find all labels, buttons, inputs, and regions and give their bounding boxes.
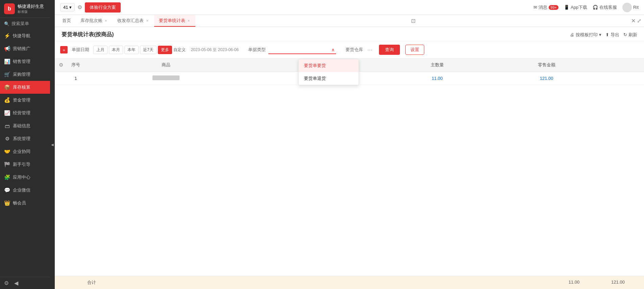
page-title: 要货单统计表(按商品) — [62, 31, 114, 38]
filter-expand-button[interactable]: » — [60, 46, 68, 53]
sidebar-item-operations[interactable]: 📈 经营管理 — [0, 107, 50, 119]
last-7days-btn[interactable]: 近7天 — [140, 46, 157, 54]
query-button[interactable]: 查询 — [379, 45, 400, 55]
system-icon: ⚙ — [4, 136, 10, 142]
tab-inventory-batch-close[interactable]: × — [104, 18, 108, 23]
message-icon: ✉ — [533, 5, 537, 10]
vip-icon: 👑 — [4, 200, 10, 206]
product-name-blurred — [152, 75, 180, 80]
quantity-link[interactable]: 11.00 — [432, 76, 443, 81]
export-btn[interactable]: ⬆ 导出 — [605, 32, 619, 38]
order-return-label: 要货单退货 — [304, 76, 326, 81]
user-avatar-item[interactable]: Rit — [622, 3, 639, 12]
order-type-chevron-icon[interactable]: ∧ — [331, 47, 335, 52]
expand-icon: ⊡ — [411, 18, 415, 24]
col-quantity-header: 主数量 — [388, 59, 487, 72]
print-chevron-icon: ▾ — [599, 32, 601, 37]
amount-link[interactable]: 121.00 — [540, 76, 553, 81]
dropdown-item-order-goods[interactable]: 要货单要货 — [299, 59, 359, 72]
footer-quantity: 11.00 — [552, 280, 596, 286]
export-icon: ⬆ — [605, 32, 609, 37]
order-type-input[interactable] — [268, 46, 336, 54]
guide-icon: 🏁 — [4, 161, 10, 168]
sidebar-item-sales[interactable]: 📊 销售管理 — [0, 55, 50, 68]
collapse-arrow-icon: ◀ — [51, 143, 54, 147]
basics-icon: 🗃 — [4, 123, 10, 129]
tab-order-stats[interactable]: 要货单统计表 × — [154, 15, 195, 27]
online-service-item[interactable]: 🎧 在线客服 — [593, 4, 617, 10]
search-menu-label: 搜索菜单 — [11, 21, 29, 27]
order-type-dropdown: 要货单要货 要货单退货 — [298, 59, 359, 85]
footer-label: 合计 — [87, 280, 508, 286]
tab-home[interactable]: 首页 — [57, 15, 76, 27]
row-quantity-cell: 11.00 — [388, 72, 487, 85]
trial-button[interactable]: 体验行业方案 — [85, 2, 121, 13]
tab-order-stats-close[interactable]: × — [187, 18, 191, 23]
column-settings-icon[interactable]: ⚙ — [59, 62, 63, 68]
order-type-section: 单据类型 ∧ — [248, 46, 336, 54]
sidebar-item-guide[interactable]: 🏁 新手引导 — [0, 158, 50, 171]
sales-icon: 📊 — [4, 59, 10, 65]
tab-expand-icon[interactable]: ⤢ — [637, 18, 641, 24]
purchase-icon: 🛒 — [4, 71, 10, 77]
tab-expand-button[interactable]: ⊡ — [408, 15, 418, 27]
sidebar-item-system[interactable]: ⚙ 系统管理 — [0, 132, 50, 145]
sidebar-item-wechat[interactable]: 💬 企业微信 — [0, 184, 50, 197]
date-range-display: 2023-05-06 至 2023-06-06 — [191, 47, 239, 53]
print-icon: 🖨 — [570, 32, 574, 37]
tab-close-all-icon[interactable]: ✕ — [631, 18, 636, 24]
logo-icon: b — [4, 3, 15, 14]
sidebar-item-purchase[interactable]: 🛒 采购管理 — [0, 68, 50, 81]
refresh-btn[interactable]: ↻ 刷新 — [623, 32, 637, 38]
tab-collect-summary[interactable]: 收发存汇总表 × — [113, 15, 154, 27]
settings-bottom-icon[interactable]: ⚙ — [4, 280, 9, 286]
row-no-cell: 1 — [67, 72, 84, 85]
row-extra-cell — [606, 72, 644, 85]
table-container: ⚙ 序号 商品 主计量单位 主数量 零售金额 1 — [55, 59, 644, 276]
tab-inventory-batch[interactable]: 库存批次账 × — [76, 15, 113, 27]
sidebar-item-label: 企业协同 — [13, 149, 30, 155]
sidebar-bottom: ⚙ ◀ — [0, 277, 50, 289]
app-download-item[interactable]: 📱 App下载 — [564, 4, 587, 10]
wechat-icon: 💬 — [4, 187, 10, 193]
topbar-gear-icon[interactable]: ⚙ — [77, 4, 82, 10]
sidebar-item-quick-nav[interactable]: ⚡ 快捷导航 — [0, 29, 50, 42]
row-amount-cell: 121.00 — [487, 72, 606, 85]
sidebar-item-vip[interactable]: 👑 畅会员 — [0, 197, 50, 209]
sidebar-item-label: 资金管理 — [13, 97, 30, 103]
sidebar-item-marketing[interactable]: 📢 营销推广 — [0, 42, 50, 55]
dropdown-item-order-return[interactable]: 要货单退货 — [299, 72, 359, 85]
logo-line2: 标准版 — [18, 9, 44, 14]
print-template-btn[interactable]: 🖨 按模板打印 ▾ — [570, 32, 601, 38]
tab-home-label: 首页 — [62, 18, 71, 24]
collapse-icon[interactable]: ◀ — [14, 280, 18, 286]
sidebar-item-inventory[interactable]: 📦 库存核算 — [0, 81, 50, 94]
inventory-icon: 📦 — [4, 84, 10, 90]
refresh-icon: ↻ — [623, 32, 627, 37]
sidebar-item-label: 快捷导航 — [13, 33, 30, 39]
last-month-btn[interactable]: 上月 — [93, 46, 108, 54]
sidebar-item-finance[interactable]: 💰 资金管理 — [0, 94, 50, 107]
logo-line1: 畅捷通好生意 — [18, 4, 44, 9]
sidebar-collapse-handle[interactable]: ◀ — [50, 0, 55, 289]
settings-button[interactable]: 设置 — [405, 45, 424, 55]
sidebar-item-enterprise[interactable]: 🤝 企业协同 — [0, 145, 50, 158]
sidebar-item-basics[interactable]: 🗃 基础信息 — [0, 119, 50, 132]
print-template-label: 按模板打印 — [576, 32, 598, 38]
sidebar-item-label: 基础信息 — [13, 123, 30, 129]
store-selector[interactable]: 41 ▾ — [60, 3, 75, 12]
custom-date-btn[interactable]: 自定义 — [173, 47, 186, 53]
more-filters-btn[interactable]: ··· — [367, 46, 372, 53]
more-dates-btn[interactable]: 更多 — [158, 46, 172, 54]
sidebar-item-apps[interactable]: 🧩 应用中心 — [0, 171, 50, 184]
this-month-btn[interactable]: 本月 — [109, 46, 123, 54]
tab-collect-summary-close[interactable]: × — [145, 18, 149, 23]
sidebar-item-label: 系统管理 — [13, 136, 30, 142]
tab-collect-summary-label: 收发存汇总表 — [117, 18, 144, 24]
col-extra-header — [606, 59, 644, 72]
footer-amount: 121.00 — [596, 280, 640, 286]
search-menu[interactable]: 🔍 搜索菜单 — [0, 18, 50, 29]
this-year-btn[interactable]: 本年 — [124, 46, 139, 54]
message-item[interactable]: ✉ 消息 99+ — [533, 4, 558, 10]
sidebar-item-label: 采购管理 — [13, 71, 30, 77]
